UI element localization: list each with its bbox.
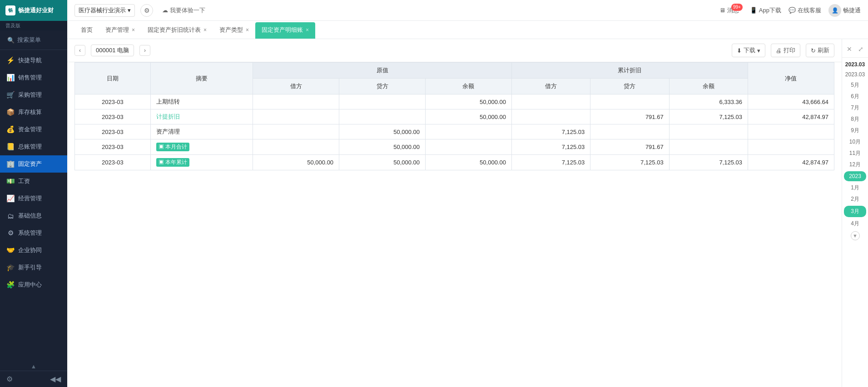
sidebar-item-fixedasset[interactable]: 🏢 固定资产 (0, 155, 67, 173)
avatar: 👤 (828, 4, 841, 17)
inventory-icon: 📦 (6, 108, 15, 116)
sidebar-item-basic[interactable]: 🗂 基础信息 (0, 207, 67, 224)
company-selector[interactable]: 医疗器械行业演示 ▾ (74, 4, 135, 17)
cell-net-value: 43,666.64 (748, 94, 834, 109)
app-title: 畅捷通好业财 (18, 7, 54, 14)
timeline-item-12[interactable]: 12月 (842, 159, 868, 170)
sidebar-item-collab[interactable]: 🤝 企业协同 (0, 242, 67, 259)
timeline-item-5[interactable]: 5月 (842, 79, 868, 91)
sidebar-item-purchase[interactable]: 🛒 采购管理 (0, 86, 67, 104)
timeline-scroll-down[interactable]: ▼ (851, 231, 860, 240)
timeline-item-10[interactable]: 10月 (842, 136, 868, 148)
download-dropdown-icon: ▾ (757, 47, 760, 54)
cell-date: 2023-03 (75, 94, 151, 109)
app-download-button[interactable]: 📱 App下载 (750, 6, 781, 15)
collab-icon: 🤝 (6, 246, 15, 254)
table-row: 2023-03 资产清理 50,000.00 7,125.03 (75, 124, 834, 139)
sidebar-item-label: 资金管理 (18, 125, 42, 134)
cell-dep-credit (590, 124, 669, 139)
next-asset-button[interactable]: › (139, 45, 150, 56)
cell-balance: 50,000.00 (426, 155, 512, 170)
collapse-sidebar-icon[interactable]: ◀◀ (50, 375, 61, 383)
finance-icon: 💰 (6, 125, 15, 134)
cell-dep-debit: 7,125.03 (511, 124, 590, 139)
tab-asset-mgmt[interactable]: 资产管理 × (99, 22, 141, 39)
tab-depreciation-stats[interactable]: 固定资产折旧统计表 × (141, 22, 213, 39)
sidebar-item-finance[interactable]: 💰 资金管理 (0, 121, 67, 138)
cell-balance: 50,000.00 (426, 109, 512, 124)
online-service-icon: 💬 (789, 7, 796, 14)
search-menu-button[interactable]: 🔍 搜索菜单 (5, 34, 63, 46)
quicknav-icon: ⚡ (6, 56, 15, 64)
cell-debit (253, 109, 339, 124)
month-badge: ▣ 本月合计 (156, 143, 189, 151)
timeline-item-11[interactable]: 11月 (842, 148, 868, 159)
timeline-item-6[interactable]: 6月 (842, 91, 868, 102)
cell-net-value (748, 124, 834, 139)
tab-asset-type[interactable]: 资产类型 × (213, 22, 255, 39)
timeline-item-1[interactable]: 1月 (842, 182, 868, 194)
sidebar-scroll-up[interactable]: ▲ (0, 362, 67, 371)
sidebar-item-inventory[interactable]: 📦 库存核算 (0, 104, 67, 121)
sidebar-item-sales[interactable]: 📊 销售管理 (0, 69, 67, 86)
user-menu-button[interactable]: 👤 畅捷通 (828, 4, 861, 17)
tab-asset-type-close[interactable]: × (246, 27, 249, 33)
table-row: 2023-03 上期结转 50,000.00 6,333.36 43,666.6… (75, 94, 834, 109)
timeline-item-3[interactable]: 3月 (844, 206, 866, 217)
tab-asset-detail-close[interactable]: × (306, 27, 309, 33)
app-download-icon: 📱 (750, 7, 757, 14)
table-row: 2023-03 ▣ 本月合计 50,000.00 7,125.03 791.67 (75, 139, 834, 155)
sidebar-item-appcenter[interactable]: 🧩 应用中心 (0, 276, 67, 293)
cell-balance (426, 139, 512, 155)
settings-icon[interactable]: ⚙ (6, 375, 13, 383)
online-service-button[interactable]: 💬 在线客服 (789, 6, 821, 15)
th-debit: 借方 (253, 79, 339, 94)
sidebar-item-system[interactable]: ⚙ 系统管理 (0, 224, 67, 242)
cell-summary[interactable]: 计提折旧 (150, 109, 253, 124)
timeline-item-2023-03-header: 2023.03 (842, 60, 868, 69)
sidebar-item-quicknav[interactable]: ⚡ 快捷导航 (0, 52, 67, 69)
appcenter-icon: 🧩 (6, 281, 15, 289)
timeline-item-year-2023[interactable]: 2023 (844, 171, 866, 181)
purchase-icon: 🛒 (6, 91, 15, 99)
sidebar-item-guide[interactable]: 🎓 新手引导 (0, 259, 67, 276)
cell-dep-balance (669, 139, 748, 155)
topbar-settings-button[interactable]: ⚙ (140, 4, 153, 17)
cell-summary: 资产清理 (150, 124, 253, 139)
sidebar-item-ledger[interactable]: 📒 总账管理 (0, 138, 67, 155)
prev-asset-button[interactable]: ‹ (74, 45, 85, 56)
ledger-icon: 📒 (6, 143, 15, 151)
download-icon: ⬇ (737, 47, 742, 54)
search-icon: 🔍 (7, 37, 15, 44)
sidebar-bottom: ⚙ ◀◀ (0, 371, 67, 387)
timeline-close-button[interactable]: ✕ (844, 43, 855, 55)
refresh-icon: ↻ (811, 47, 816, 54)
logo-icon: 畅 (5, 5, 15, 15)
messages-button[interactable]: 🖥 消息 99+ (719, 6, 739, 15)
tab-asset-detail-label: 固定资产明细账 (262, 26, 303, 34)
timeline-item-8[interactable]: 8月 (842, 114, 868, 125)
tab-depreciation-stats-close[interactable]: × (203, 27, 207, 33)
sidebar-item-operations[interactable]: 📈 经营管理 (0, 190, 67, 207)
cell-date: 2023-03 (75, 124, 151, 139)
th-credit: 贷方 (339, 79, 426, 94)
dropdown-icon: ▾ (128, 7, 131, 14)
tab-home[interactable]: 首页 (74, 22, 99, 39)
print-label: 打印 (784, 46, 795, 55)
tabs-bar: 首页 资产管理 × 固定资产折旧统计表 × 资产类型 × 固定资产明细账 × (67, 21, 868, 39)
experience-button[interactable]: ☁ 我要体验一下 (162, 6, 205, 15)
sidebar-item-salary[interactable]: 💵 工资 (0, 173, 67, 190)
th-dep-credit: 贷方 (590, 79, 669, 94)
timeline-item-7[interactable]: 7月 (842, 102, 868, 114)
download-button[interactable]: ⬇ 下载 ▾ (732, 44, 765, 57)
timeline-item-9[interactable]: 9月 (842, 125, 868, 136)
timeline-item-4[interactable]: 4月 (842, 218, 868, 229)
timeline-expand-button[interactable]: ⤢ (855, 43, 866, 55)
refresh-button[interactable]: ↻ 刷新 (806, 44, 834, 57)
timeline-item-2[interactable]: 2月 (842, 194, 868, 205)
print-button[interactable]: 🖨 打印 (771, 44, 800, 57)
year-badge: ▣ 本年累计 (156, 158, 189, 167)
tab-asset-detail[interactable]: 固定资产明细账 × (255, 22, 315, 39)
timeline-item-2023-03[interactable]: 2023.03 (842, 69, 868, 79)
tab-asset-mgmt-close[interactable]: × (132, 27, 135, 33)
